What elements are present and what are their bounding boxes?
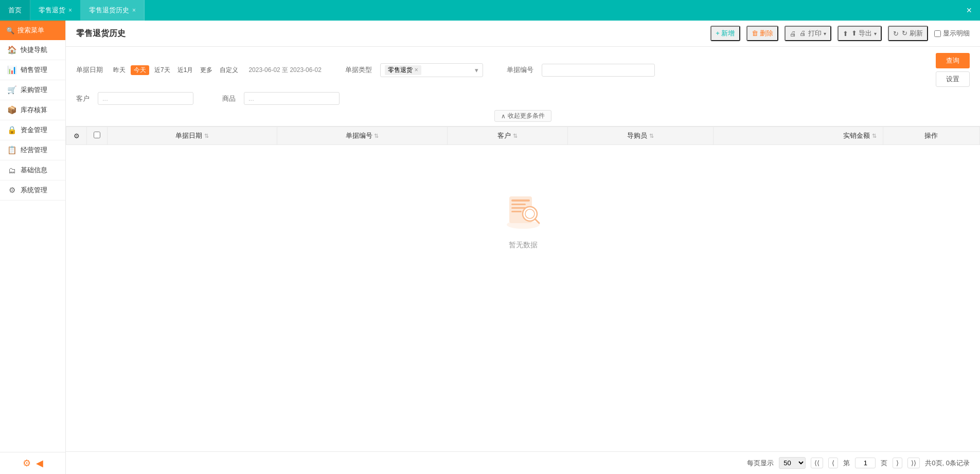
finance-icon: 🔒	[7, 125, 16, 135]
voucherno-input[interactable]	[542, 64, 655, 77]
sidebar-item-operations[interactable]: 📋 经营管理	[0, 140, 65, 160]
show-detail-input[interactable]	[934, 30, 941, 37]
sidebar-settings-btn[interactable]: ⚙	[23, 458, 31, 469]
filter-area: 单据日期 昨天 今天 近7天 近1月 更多 自定义 2023-06-02 至 2…	[66, 47, 980, 126]
table-settings-icon[interactable]: ⚙	[74, 132, 80, 140]
tab-retail-return-label: 零售退货	[39, 6, 65, 15]
date-opt-7days[interactable]: 近7天	[152, 65, 172, 75]
page-input[interactable]: 1	[855, 458, 876, 468]
th-date-sort-icon: ⇅	[204, 133, 209, 139]
sidebar-item-purchase[interactable]: 🛒 采购管理	[0, 80, 65, 100]
filter-more-row: ∧ 收起更多条件	[76, 110, 970, 122]
sidebar-collapse-btn[interactable]: ◀	[36, 458, 43, 469]
sidebar-item-basicinfo[interactable]: 🗂 基础信息	[0, 160, 65, 180]
refresh-icon: ↻	[893, 30, 899, 38]
print-button[interactable]: 🖨 🖨 打印 ▾	[785, 26, 831, 41]
type-tag: 零售退货 ×	[385, 65, 421, 75]
svg-rect-2	[511, 199, 530, 202]
sidebar-item-quicknav-label: 快捷导航	[21, 45, 47, 54]
table-container: ⚙ 单据日期 ⇅ 单据编号 ⇅	[66, 126, 980, 451]
voucherno-label: 单据编号	[507, 65, 533, 75]
th-customer-label: 客户	[497, 132, 511, 139]
th-checkbox[interactable]	[87, 127, 108, 145]
quicknav-icon: 🏠	[7, 45, 16, 54]
sidebar-item-system-label: 系统管理	[21, 186, 47, 195]
export-icon: ⬆	[843, 30, 848, 38]
svg-point-7	[525, 209, 534, 218]
date-opt-custom[interactable]: 自定义	[218, 65, 240, 75]
delete-button[interactable]: 🗑 删除	[746, 26, 779, 41]
basicinfo-icon: 🗂	[7, 166, 16, 175]
th-settings[interactable]: ⚙	[66, 127, 87, 145]
th-customer[interactable]: 客户 ⇅	[447, 127, 568, 145]
collapse-more-btn[interactable]: ∧ 收起更多条件	[494, 110, 551, 122]
date-opt-today[interactable]: 今天	[131, 65, 149, 75]
print-icon: 🖨	[790, 30, 796, 38]
page-prev-btn[interactable]: ⟨	[828, 458, 838, 468]
data-table: ⚙ 单据日期 ⇅ 单据编号 ⇅	[66, 126, 980, 291]
th-date[interactable]: 单据日期 ⇅	[108, 127, 277, 145]
sidebar-item-system[interactable]: ⚙ 系统管理	[0, 180, 65, 200]
show-detail-label: 显示明细	[943, 29, 970, 38]
sales-icon: 📊	[7, 65, 16, 75]
tab-retail-return[interactable]: 零售退货 ×	[30, 0, 81, 21]
filter-settings-button[interactable]: 设置	[936, 71, 970, 87]
page-last-btn[interactable]: ⟩⟩	[907, 458, 920, 468]
type-tag-remove[interactable]: ×	[415, 66, 418, 74]
tab-retail-return-close[interactable]: ×	[68, 7, 72, 14]
date-opt-yesterday[interactable]: 昨天	[111, 65, 128, 75]
sidebar-item-inventory[interactable]: 📦 库存核算	[0, 100, 65, 120]
select-all-checkbox[interactable]	[94, 132, 100, 138]
goods-input[interactable]	[244, 92, 340, 105]
sidebar-item-finance[interactable]: 🔒 资金管理	[0, 120, 65, 140]
th-amount-sort-icon: ⇅	[872, 133, 877, 139]
export-button[interactable]: ⬆ ⬆ 导出 ▾	[838, 26, 882, 41]
search-icon: 🔍	[6, 27, 14, 34]
page-title: 零售退货历史	[76, 28, 126, 39]
sidebar-item-sales[interactable]: 📊 销售管理	[0, 60, 65, 80]
total-info: 共0页, 0条记录	[925, 459, 970, 468]
th-voucherno[interactable]: 单据编号 ⇅	[277, 127, 447, 145]
sidebar-item-sales-label: 销售管理	[21, 65, 47, 75]
add-button[interactable]: + 新增	[710, 26, 740, 41]
tab-home-label: 首页	[8, 6, 22, 15]
sidebar-item-quicknav[interactable]: 🏠 快捷导航	[0, 40, 65, 60]
collapse-label: 收起更多条件	[508, 112, 545, 120]
tab-retail-return-history[interactable]: 零售退货历史 ×	[81, 0, 145, 21]
sidebar-item-finance-label: 资金管理	[21, 125, 47, 135]
per-page-label: 每页显示	[747, 459, 774, 468]
type-filter-select[interactable]: 零售退货 × ▾	[380, 63, 483, 77]
sidebar: 🔍 搜索菜单 🏠 快捷导航 📊 销售管理 🛒 采购管理 📦 库存核算 🔒 资金管…	[0, 21, 66, 474]
print-label: 🖨 打印	[799, 29, 822, 38]
header-actions: + 新增 🗑 删除 🖨 🖨 打印 ▾ ⬆ ⬆ 导出 ▾ ↻ ↻ 刷新	[710, 26, 970, 41]
date-opt-1month[interactable]: 近1月	[175, 65, 195, 75]
tab-retail-return-history-close[interactable]: ×	[132, 7, 136, 14]
date-filter-label: 单据日期	[76, 65, 103, 75]
sidebar-bottom: ⚙ ◀	[0, 452, 65, 474]
customer-input[interactable]	[98, 92, 193, 105]
sidebar-search-label: 搜索菜单	[17, 26, 44, 35]
sidebar-search[interactable]: 🔍 搜索菜单	[0, 21, 65, 40]
th-amount[interactable]: 实销金额 ⇅	[713, 127, 883, 145]
purchase-icon: 🛒	[7, 85, 16, 95]
page-label: 第	[843, 459, 850, 468]
th-guide[interactable]: 导购员 ⇅	[568, 127, 713, 145]
show-detail-checkbox[interactable]: 显示明细	[934, 29, 970, 38]
query-button[interactable]: 查询	[936, 53, 970, 68]
refresh-button[interactable]: ↻ ↻ 刷新	[888, 26, 928, 41]
page-next-btn[interactable]: ⟩	[893, 458, 902, 468]
per-page-select[interactable]: 50 20 100	[779, 457, 806, 469]
date-opt-more[interactable]: 更多	[198, 65, 215, 75]
type-tag-value: 零售退货	[388, 66, 413, 75]
operations-icon: 📋	[7, 145, 16, 155]
svg-rect-3	[511, 204, 526, 205]
date-options: 昨天 今天 近7天 近1月 更多 自定义	[111, 65, 240, 75]
empty-text: 暂无数据	[509, 241, 538, 250]
th-guide-label: 导购员	[627, 132, 647, 139]
window-close-button[interactable]: ×	[958, 5, 980, 16]
th-date-label: 单据日期	[175, 132, 202, 139]
page-suffix: 页	[881, 459, 887, 468]
page-first-btn[interactable]: ⟨⟨	[811, 458, 823, 468]
tab-home[interactable]: 首页	[0, 0, 30, 21]
sidebar-item-operations-label: 经营管理	[21, 145, 47, 155]
